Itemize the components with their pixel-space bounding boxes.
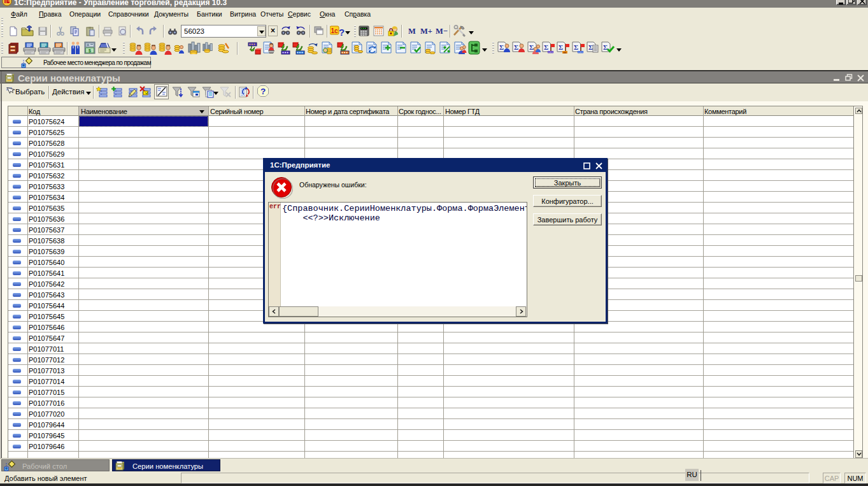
svg-text:?: ? xyxy=(260,87,266,96)
svg-text:Σ: Σ xyxy=(499,43,504,51)
svg-text:Σ: Σ xyxy=(544,43,548,51)
svg-text:Σ: Σ xyxy=(588,43,593,51)
svg-text:Σ: Σ xyxy=(559,43,563,51)
svg-text:Σ: Σ xyxy=(529,43,534,51)
svg-text:?: ? xyxy=(339,27,345,38)
svg-text:1с: 1с xyxy=(331,27,338,34)
svg-text:$: $ xyxy=(89,48,91,54)
svg-text:Σ: Σ xyxy=(574,43,578,51)
svg-text:Σ: Σ xyxy=(514,43,518,51)
